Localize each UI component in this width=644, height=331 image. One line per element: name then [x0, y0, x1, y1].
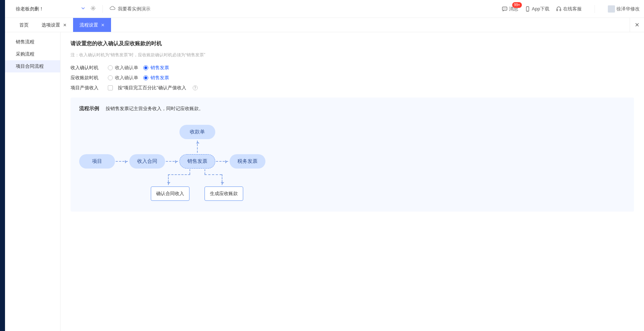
flow-node-tax-invoice: 税务发票 [230, 154, 265, 169]
radio-dot-icon [108, 65, 113, 70]
sidebar: 销售流程 采购流程 项目合同流程 [5, 32, 61, 331]
flow-node-receipt: 收款单 [179, 125, 215, 139]
online-service-label: 在线客服 [563, 6, 582, 12]
app-download-label: App下载 [532, 6, 549, 12]
left-vertical-strip [0, 0, 5, 331]
tab-options[interactable]: 选项设置 ✕ [35, 18, 73, 32]
messages-badge: 99+ [512, 2, 522, 8]
svg-point-2 [503, 8, 504, 9]
page-title: 请设置您的收入确认及应收账款的时机 [71, 40, 634, 47]
tabs-bar: 首页 选项设置 ✕ 流程设置 ✕ ✕ [5, 18, 644, 32]
example-desc: 按销售发票记主营业务收入，同时记应收账款。 [106, 105, 203, 112]
radio-sales-invoice[interactable]: 销售发票 [143, 65, 169, 71]
sidebar-item-project-contract-flow[interactable]: 项目合同流程 [5, 60, 60, 72]
flow-diagram: 项目 收入合同 销售发票 税务发票 收款单 确认合同收入 生成应收账款 [79, 122, 280, 201]
svg-point-3 [504, 8, 505, 9]
svg-point-6 [527, 10, 528, 11]
svg-point-0 [92, 8, 94, 9]
messages-button[interactable]: 消息 99+ [502, 6, 518, 12]
row-label: 项目产值收入 [71, 85, 103, 91]
arrow-icon [166, 161, 178, 162]
top-bar: 徐老板勿删！ 我要看实例演示 消息 99+ App下载 [5, 0, 644, 18]
radio-sales-invoice[interactable]: 销售发票 [143, 75, 169, 81]
radio-label: 收入确认单 [115, 65, 138, 71]
flow-example-panel: 流程示例 按销售发票记主营业务收入，同时记应收账款。 项目 收入合同 销售发票 … [71, 98, 634, 212]
flow-node-project: 项目 [79, 154, 115, 169]
divider [595, 5, 595, 13]
flow-node-sales-invoice: 销售发票 [179, 154, 215, 169]
arrow-icon [116, 161, 128, 162]
arrow-icon [197, 141, 198, 153]
radio-dot-icon [143, 75, 148, 80]
arrow-icon [222, 174, 222, 185]
flow-node-generate-ar: 生成应收账款 [205, 186, 243, 201]
row-label: 收入确认时机 [71, 65, 103, 71]
app-download-button[interactable]: App下载 [525, 6, 549, 12]
top-actions: 消息 99+ App下载 在线客服 徐泽华修改 [502, 5, 640, 13]
radio-income-confirm-form[interactable]: 收入确认单 [108, 65, 138, 71]
user-menu[interactable]: 徐泽华修改 [608, 5, 640, 13]
arrow-icon [216, 161, 228, 162]
row-income-confirm-time: 收入确认时机 收入确认单 销售发票 [71, 65, 634, 71]
org-name: 徐老板勿删！ [16, 6, 44, 12]
chevron-down-icon [81, 6, 85, 11]
sidebar-item-sales-flow[interactable]: 销售流程 [5, 36, 60, 48]
tab-label: 流程设置 [80, 22, 98, 28]
radio-dot-icon [143, 65, 148, 70]
radio-dot-icon [108, 75, 113, 80]
close-all-tabs-button[interactable]: ✕ [630, 18, 644, 32]
sidebar-item-label: 采购流程 [16, 51, 34, 57]
arrow-icon [189, 169, 190, 174]
row-ar-time: 应收账款时机 收入确认单 销售发票 [71, 75, 634, 81]
org-selector[interactable]: 徐老板勿删！ [13, 4, 88, 14]
main-content: 请设置您的收入确认及应收账款的时机 注：收入确认时机为“销售发票”时，应收账款确… [61, 32, 644, 331]
tab-label: 首页 [19, 22, 29, 28]
sidebar-item-label: 销售流程 [16, 39, 34, 44]
checkbox-label: 按“项目完工百分比”确认产值收入 [118, 85, 186, 91]
close-icon[interactable]: ✕ [101, 23, 105, 28]
headset-icon [556, 6, 562, 12]
row-label: 应收账款时机 [71, 75, 103, 81]
radio-label: 销售发票 [150, 65, 169, 71]
arrow-icon [205, 169, 205, 174]
page-note: 注：收入确认时机为“销售发票”时，应收账款确认时机必须为“销售发票” [71, 52, 634, 58]
arrow-icon [168, 174, 169, 185]
svg-point-4 [505, 8, 506, 9]
svg-rect-7 [557, 9, 558, 11]
row-project-revenue: 项目产值收入 按“项目完工百分比”确认产值收入 ? [71, 85, 634, 91]
checkbox-completion-pct[interactable] [108, 85, 113, 90]
tab-process[interactable]: 流程设置 ✕ [73, 18, 111, 32]
demo-link-label: 我要看实例演示 [118, 6, 150, 12]
username-label: 徐泽华修改 [616, 6, 640, 12]
example-title: 流程示例 [79, 105, 99, 112]
arrow-icon [168, 174, 190, 175]
gear-icon[interactable] [90, 5, 96, 12]
radio-label: 销售发票 [150, 75, 169, 81]
radio-label: 收入确认单 [115, 75, 138, 81]
radio-income-confirm-form[interactable]: 收入确认单 [108, 75, 138, 81]
svg-rect-8 [560, 9, 561, 11]
avatar-icon [608, 5, 615, 13]
phone-icon [525, 6, 530, 12]
page-body: 销售流程 采购流程 项目合同流程 请设置您的收入确认及应收账款的时机 注：收入确… [5, 32, 644, 331]
flow-node-income-contract: 收入合同 [129, 154, 165, 169]
tab-label: 选项设置 [42, 22, 60, 28]
sidebar-item-purchase-flow[interactable]: 采购流程 [5, 48, 60, 60]
tab-home[interactable]: 首页 [13, 18, 35, 32]
demo-link[interactable]: 我要看实例演示 [109, 6, 150, 12]
help-icon[interactable]: ? [193, 85, 198, 90]
arrow-icon [205, 174, 222, 175]
cloud-icon [109, 6, 116, 12]
online-service-button[interactable]: 在线客服 [556, 6, 582, 12]
divider [102, 5, 103, 13]
chat-icon [502, 6, 508, 12]
sidebar-item-label: 项目合同流程 [16, 63, 44, 69]
flow-node-confirm-income: 确认合同收入 [151, 186, 189, 201]
close-icon[interactable]: ✕ [63, 23, 67, 28]
